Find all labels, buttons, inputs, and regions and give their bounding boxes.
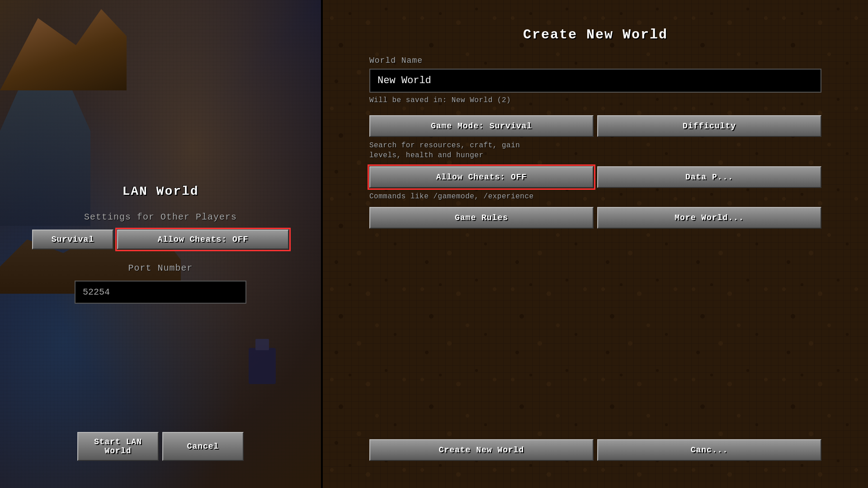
settings-label: Settings for Other Players (25, 212, 296, 222)
survival-button[interactable]: Survival (32, 230, 113, 249)
game-mode-button[interactable]: Game Mode: Survival (369, 115, 594, 137)
world-name-input[interactable] (369, 69, 821, 93)
left-cancel-button[interactable]: Cancel (162, 432, 244, 461)
left-panel: LAN World Settings for Other Players Sur… (0, 0, 321, 488)
create-new-world-button[interactable]: Create New World (369, 439, 594, 461)
gamerules-moreworld-row: Game Rules More World... (369, 207, 821, 229)
right-cancel-button[interactable]: Canc... (597, 439, 821, 461)
right-bottom-buttons: Create New World Canc... (369, 439, 821, 461)
left-bottom-buttons: Start LAN World Cancel (77, 432, 244, 461)
difficulty-button[interactable]: Difficulty (597, 115, 821, 137)
right-panel: Create New World World Name Will be save… (323, 0, 868, 488)
mode-difficulty-row: Game Mode: Survival Difficulty (369, 115, 821, 137)
allow-cheats-button-right[interactable]: Allow Cheats: OFF (369, 166, 594, 188)
create-world-title: Create New World (369, 27, 821, 42)
lan-world-dialog: LAN World Settings for Other Players Sur… (25, 184, 296, 304)
character-silhouette (249, 348, 276, 384)
cheats-datapacks-row: Allow Cheats: OFF Data P... (369, 166, 821, 188)
start-lan-button[interactable]: Start LAN World (77, 432, 159, 461)
game-mode-description: Search for resources, craft, gainlevels,… (369, 141, 821, 161)
cheats-description: Commands like /gamemode, /experience (369, 192, 821, 202)
lan-world-title: LAN World (25, 184, 296, 198)
world-name-label: World Name (369, 56, 821, 65)
game-buttons-row: Survival Allow Cheats: OFF (25, 230, 296, 249)
port-section: Port Number 52254 (25, 263, 296, 304)
data-packs-button[interactable]: Data P... (597, 166, 821, 188)
more-world-button[interactable]: More World... (597, 207, 821, 229)
allow-cheats-button-left[interactable]: Allow Cheats: OFF (117, 230, 289, 249)
save-info-text: Will be saved in: New World (2) (369, 96, 821, 104)
port-label: Port Number (25, 263, 296, 273)
game-rules-button[interactable]: Game Rules (369, 207, 594, 229)
port-input[interactable]: 52254 (75, 281, 246, 304)
create-world-dialog: Create New World World Name Will be save… (369, 27, 821, 232)
